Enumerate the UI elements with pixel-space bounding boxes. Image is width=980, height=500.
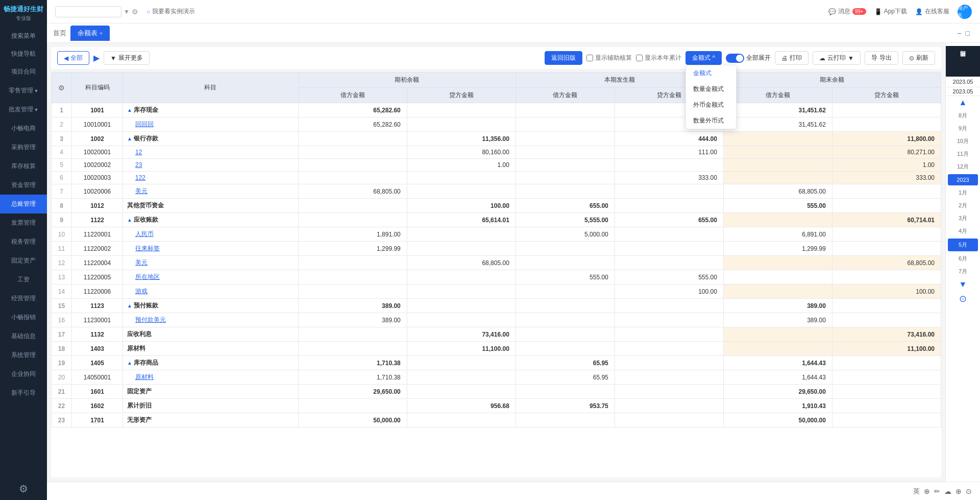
period-month-7[interactable]: 7月 (946, 265, 980, 278)
expand-icon[interactable]: ▲ (127, 217, 132, 223)
expand-icon[interactable]: ▲ (127, 303, 132, 308)
export-button[interactable]: 导 导出 (865, 51, 898, 65)
refresh-button[interactable]: ⊙ 刷新 (902, 51, 935, 65)
show-aux-checkbox[interactable] (586, 55, 593, 61)
tab-home[interactable]: 首页 (53, 29, 66, 38)
format-btn[interactable]: 金额式 ^ (685, 51, 722, 65)
back-old-version-btn[interactable]: 返回旧版 (545, 51, 582, 65)
td-subject[interactable]: 美元 (123, 184, 299, 199)
td-subject[interactable]: 23 (123, 159, 299, 172)
user-avatar[interactable]: 用户名 (958, 5, 972, 19)
td-subject[interactable]: 预付款美元 (123, 313, 299, 327)
expand-more-button[interactable]: ▼ 展开更多 (104, 51, 150, 65)
balance-table-container[interactable]: ⚙ 科目编码 科目 期初余额 本期发生额 期末余额 借方金额 贷方金额 借方金额 (51, 72, 941, 478)
period-month-12[interactable]: 12月 (946, 160, 980, 173)
settings-gear-icon[interactable]: ⚙ (58, 84, 65, 92)
sidebar-item-project[interactable]: 项目合同 (0, 62, 47, 81)
bottom-lang-icon[interactable]: 英 (913, 487, 920, 496)
sidebar-item-capital[interactable]: 资金管理 (0, 176, 47, 195)
message-button[interactable]: 💬 消息 99+ (828, 7, 866, 16)
sidebar-item-inventory[interactable]: 库存核算 (0, 157, 47, 176)
sidebar-item-base-info[interactable]: 基础信息 (0, 327, 47, 346)
sidebar-item-retail[interactable]: 零售管理 ▼ (0, 81, 47, 100)
period-down-icon[interactable]: ▼ (946, 278, 980, 291)
period-month-11[interactable]: 11月 (946, 148, 980, 160)
period-settings-icon[interactable]: ⊙ (946, 293, 980, 304)
period-month-4[interactable]: 4月 (946, 225, 980, 237)
sidebar-item-tax[interactable]: 税务管理 (0, 232, 47, 251)
bottom-cloud-icon[interactable]: ☁ (944, 487, 951, 495)
td-subject[interactable]: 12 (123, 146, 299, 159)
maximize-icon[interactable]: □ (966, 29, 970, 37)
sidebar-item-ecommerce[interactable]: 小畅电商 (0, 119, 47, 138)
td-subject[interactable]: 游戏 (123, 284, 299, 299)
period-month-10[interactable]: 10月 (946, 135, 980, 148)
td-subject[interactable]: 回回回 (123, 117, 299, 132)
sidebar-item-collab[interactable]: 企业协同 (0, 365, 47, 384)
demo-link[interactable]: ○ 我要看实例演示 (146, 7, 195, 16)
format-dropdown[interactable]: 金额式 ^ 金额式 数量金额式 外币金额式 数量外币式 (685, 51, 722, 65)
bottom-refresh-icon[interactable]: ⊙ (966, 487, 972, 495)
back-old-version-button[interactable]: ◀ 全部 (57, 51, 89, 65)
service-icon: 👤 (915, 8, 923, 15)
period-year-2023[interactable]: 2023 (948, 174, 978, 185)
table-row: 12 11220004 美元 68,805.00 68,805.00 (52, 256, 941, 270)
sidebar-item-expense[interactable]: 小畅报销 (0, 308, 47, 327)
bottom-sync-icon[interactable]: ⊕ (955, 487, 962, 495)
tab-close-icon[interactable]: × (100, 30, 103, 36)
sidebar-item-guide[interactable]: 新手引导 (0, 384, 47, 402)
topbar-search-input[interactable] (55, 6, 121, 17)
period-month-3[interactable]: 3月 (946, 212, 980, 225)
td-subject: 原材料 (123, 342, 299, 356)
td-subject[interactable]: 122 (123, 172, 299, 184)
period-month-1[interactable]: 1月 (946, 186, 980, 199)
sidebar-item-wholesale[interactable]: 批发管理 ▼ (0, 100, 47, 119)
show-year-checkbox[interactable] (636, 55, 643, 61)
td-subject[interactable]: 往来标签 (123, 242, 299, 256)
sidebar-item-fixed-assets[interactable]: 固定资产 (0, 251, 47, 270)
td-subject[interactable]: 美元 (123, 256, 299, 270)
td-subject[interactable]: 原材料 (123, 370, 299, 385)
period-month-6[interactable]: 6月 (946, 252, 980, 265)
dropdown-item-qty-amount[interactable]: 数量金额式 (686, 81, 736, 97)
cloud-print-button[interactable]: ☁ 云打印 ▼ (813, 51, 861, 65)
sidebar-item-purchase[interactable]: 采购管理 (0, 138, 47, 157)
app-download-button[interactable]: 📱 App下载 (874, 7, 907, 16)
sidebar-item-quick-nav[interactable]: 快捷导航 (0, 45, 47, 62)
bottom-add-icon[interactable]: ⊕ (924, 487, 930, 495)
nav-arrow-icon[interactable]: ▶ (93, 53, 100, 63)
td-subject[interactable]: 人民币 (123, 227, 299, 242)
service-button[interactable]: 👤 在线客服 (915, 7, 949, 16)
search-dropdown-icon[interactable]: ▼ (124, 8, 130, 15)
sidebar-item-payroll[interactable]: 工资 (0, 270, 47, 289)
sidebar-item-search[interactable]: 搜索菜单 (0, 27, 47, 45)
sidebar-item-operations[interactable]: 经营管理 (0, 289, 47, 308)
settings-icon[interactable]: ⚙ (19, 483, 28, 495)
td-code: 1123 (72, 299, 123, 313)
minimize-icon[interactable]: − (957, 29, 961, 37)
dropdown-item-amount[interactable]: 金额式 (686, 65, 736, 81)
sidebar-item-system[interactable]: 系统管理 (0, 346, 47, 365)
td-subject[interactable]: 所在地区 (123, 270, 299, 284)
settings-icon[interactable]: ⚙ (132, 8, 138, 16)
sidebar-item-ledger[interactable]: 总账管理 (0, 195, 47, 213)
td-cl-debit: 1,910.43 (723, 399, 832, 413)
expand-icon[interactable]: ▲ (127, 136, 132, 141)
period-month-2[interactable]: 2月 (946, 199, 980, 212)
expand-icon[interactable]: ▲ (127, 107, 132, 113)
period-up-icon[interactable]: ▲ (946, 96, 980, 109)
dropdown-item-qty-foreign[interactable]: 数量外币式 (686, 113, 736, 129)
period-month-9[interactable]: 9月 (946, 122, 980, 135)
tab-balance-sheet[interactable]: 余额表 × (70, 26, 110, 41)
toggle-switch-bg[interactable] (726, 54, 744, 63)
dropdown-item-foreign-amount[interactable]: 外币金额式 (686, 97, 736, 113)
period-month-5[interactable]: 5月 (948, 239, 978, 251)
expand-icon[interactable]: ▲ (127, 360, 132, 366)
period-panel-toggle[interactable]: 期间选择 (946, 46, 980, 77)
toolbar: ◀ 全部 ▶ ▼ 展开更多 返回旧版 显示辅助核算 显示本年累计 (51, 47, 941, 69)
sidebar-item-invoice[interactable]: 发票管理 (0, 213, 47, 232)
print-button[interactable]: 🖨 打印 (775, 51, 808, 65)
period-month-8[interactable]: 8月 (946, 109, 980, 122)
bottom-edit-icon[interactable]: ✏ (934, 487, 940, 495)
td-cl-credit: 60,714.01 (832, 213, 941, 227)
